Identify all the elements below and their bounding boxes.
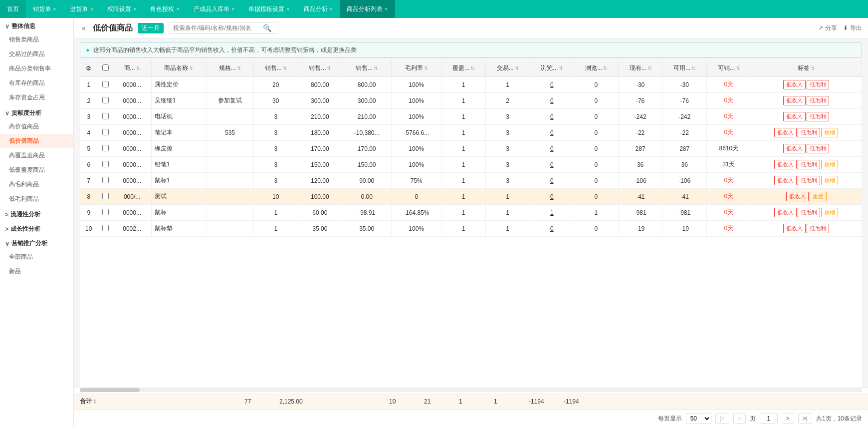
scrollbar-thumb[interactable] <box>80 388 140 392</box>
cell-check[interactable] <box>98 93 113 109</box>
prev-page-button[interactable]: < <box>733 414 746 424</box>
nav-item-home[interactable]: 首页 <box>0 0 26 18</box>
first-page-button[interactable]: |< <box>715 414 729 424</box>
view1-link[interactable]: 0 <box>550 225 554 232</box>
cell-check[interactable] <box>98 157 113 173</box>
cell-view1[interactable]: 0 <box>530 221 574 237</box>
page-input[interactable] <box>760 414 778 424</box>
cell-view1[interactable]: 1 <box>530 205 574 221</box>
col-view2[interactable]: 浏览...⇅ <box>574 60 619 77</box>
row-checkbox[interactable] <box>102 81 109 87</box>
col-trade[interactable]: 交易...⇅ <box>485 60 530 77</box>
sidebar-item-high-margin[interactable]: 高毛利商品 <box>0 177 73 192</box>
col-name[interactable]: 商品名称⇅ <box>151 60 206 77</box>
cell-view1[interactable]: 0 <box>530 125 574 141</box>
row-checkbox[interactable] <box>102 97 109 103</box>
col-margin[interactable]: 毛利率⇅ <box>392 60 441 77</box>
col-spec[interactable]: 规格...⇅ <box>207 60 254 77</box>
col-tags[interactable]: 标签⇅ <box>751 60 862 77</box>
sidebar-item-category-rate[interactable]: 商品分类销售率 <box>0 61 73 76</box>
nav-close-purchase[interactable]: × <box>90 6 93 12</box>
col-sales-amt[interactable]: 销售...⇅ <box>298 60 342 77</box>
nav-close-analysis[interactable]: × <box>330 6 333 12</box>
col-sales-price[interactable]: 销售...⇅ <box>342 60 392 77</box>
cell-check[interactable] <box>98 173 113 189</box>
nav-close-permissions[interactable]: × <box>133 6 136 12</box>
nav-close-inventory[interactable]: × <box>231 6 234 12</box>
nav-item-roles[interactable]: 角色授权 × <box>143 0 186 18</box>
search-input[interactable] <box>173 24 263 31</box>
sidebar-group-growth[interactable]: > 成长性分析 <box>0 221 73 235</box>
cell-view1[interactable]: 0 <box>530 93 574 109</box>
sidebar-item-new-goods[interactable]: 新品 <box>0 264 73 279</box>
sidebar-group-flow[interactable]: > 流通性分析 <box>0 206 73 221</box>
cell-check[interactable] <box>98 205 113 221</box>
nav-item-template[interactable]: 单据模板设置 × <box>241 0 296 18</box>
row-checkbox[interactable] <box>102 193 109 199</box>
cell-check[interactable] <box>98 109 113 125</box>
export-button[interactable]: ⬇ 导出 <box>843 24 862 32</box>
row-checkbox[interactable] <box>102 225 109 231</box>
search-icon[interactable]: 🔍 <box>263 24 271 32</box>
nav-close-analysis-list[interactable]: × <box>385 6 388 12</box>
cell-check[interactable] <box>98 221 113 237</box>
sidebar-group-contribution[interactable]: ∨ 贡献度分析 <box>0 105 73 119</box>
sidebar-item-stock-funds[interactable]: 库存资金占用 <box>0 90 73 105</box>
nav-item-sales[interactable]: 销货单 × <box>26 0 63 18</box>
nav-item-permissions[interactable]: 权限设置 × <box>100 0 143 18</box>
date-filter-tag[interactable]: 近一月 <box>138 23 164 33</box>
col-check[interactable] <box>98 60 113 77</box>
cell-check[interactable] <box>98 77 113 93</box>
share-button[interactable]: ↗ 分享 <box>818 24 837 32</box>
col-code[interactable]: 商...⇅ <box>113 60 151 77</box>
col-available[interactable]: 可用...⇅ <box>662 60 707 77</box>
view1-link[interactable]: 0 <box>550 81 554 88</box>
sidebar-item-stock-goods[interactable]: 有库存的商品 <box>0 76 73 90</box>
nav-close-roles[interactable]: × <box>176 6 179 12</box>
sidebar-item-traded-goods[interactable]: 交易过的商品 <box>0 47 73 61</box>
col-saleable[interactable]: 可销...⇅ <box>707 60 751 77</box>
row-checkbox[interactable] <box>102 129 109 135</box>
col-coverage[interactable]: 覆盖...⇅ <box>441 60 486 77</box>
cell-view1[interactable]: 0 <box>530 173 574 189</box>
sidebar-item-all-goods[interactable]: 全部商品 <box>0 250 73 264</box>
nav-close-sales[interactable]: × <box>53 6 56 12</box>
per-page-select[interactable]: 50 100 200 <box>686 413 711 424</box>
row-checkbox[interactable] <box>102 145 109 151</box>
nav-close-template[interactable]: × <box>286 6 289 12</box>
sidebar-item-low-value[interactable]: 低价值商品 <box>0 134 73 148</box>
col-current[interactable]: 现有...⇅ <box>618 60 662 77</box>
cell-check[interactable] <box>98 189 113 205</box>
view1-link[interactable]: 0 <box>550 193 554 200</box>
select-all-checkbox[interactable] <box>102 64 109 71</box>
view1-link[interactable]: 0 <box>550 177 554 184</box>
view1-link[interactable]: 0 <box>550 145 554 152</box>
view1-link[interactable]: 0 <box>550 97 554 104</box>
row-checkbox[interactable] <box>102 161 109 167</box>
cell-view1[interactable]: 0 <box>530 141 574 157</box>
sidebar-item-low-coverage[interactable]: 低覆盖度商品 <box>0 163 73 177</box>
cell-check[interactable] <box>98 141 113 157</box>
col-view1[interactable]: 浏览...⇅ <box>530 60 574 77</box>
view1-link[interactable]: 0 <box>550 161 554 168</box>
cell-view1[interactable]: 0 <box>530 77 574 93</box>
cell-view1[interactable]: 0 <box>530 109 574 125</box>
last-page-button[interactable]: >| <box>798 414 812 424</box>
nav-item-purchase[interactable]: 进货单 × <box>63 0 100 18</box>
sidebar-item-low-margin[interactable]: 低毛利商品 <box>0 192 73 206</box>
cell-view1[interactable]: 0 <box>530 157 574 173</box>
sidebar-item-sales-goods[interactable]: 销售类商品 <box>0 32 73 47</box>
view1-link[interactable]: 1 <box>550 209 554 216</box>
sidebar-item-high-coverage[interactable]: 高覆盖度商品 <box>0 148 73 163</box>
sidebar-group-marketing[interactable]: ∨ 营销推广分析 <box>0 235 73 250</box>
sidebar-collapse-button[interactable]: « <box>80 24 88 32</box>
nav-item-inventory[interactable]: 产成品入库单 × <box>187 0 241 18</box>
row-checkbox[interactable] <box>102 177 109 183</box>
view1-link[interactable]: 0 <box>550 129 554 136</box>
row-checkbox[interactable] <box>102 209 109 215</box>
cell-check[interactable] <box>98 125 113 141</box>
row-checkbox[interactable] <box>102 113 109 119</box>
cell-view1[interactable]: 0 <box>530 189 574 205</box>
sidebar-group-overall[interactable]: ∨ 整体信息 <box>0 18 73 32</box>
sidebar-item-high-value[interactable]: 高价值商品 <box>0 119 73 134</box>
